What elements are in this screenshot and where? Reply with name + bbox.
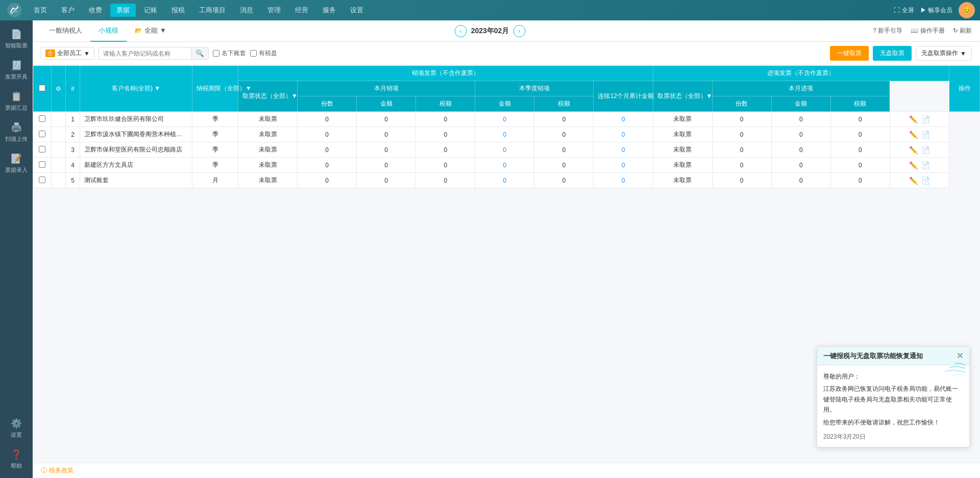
nav-item-收费[interactable]: 收费 <box>83 4 108 17</box>
row-purchase-month-tax: 0 <box>830 173 890 188</box>
edit-btn[interactable]: ✏️ <box>909 146 918 154</box>
row-actions: ✏️ 📄 <box>890 112 949 127</box>
row-purchase-status: 未取票 <box>653 158 712 173</box>
row-index: 3 <box>66 142 80 158</box>
nav-item-票据[interactable]: 票据 <box>110 4 136 17</box>
sidebar-icon: 📝 <box>11 153 22 164</box>
sub-tab-小规模[interactable]: 小规模 <box>90 20 127 42</box>
sidebar-bottom-帮助[interactable]: ❓帮助 <box>2 445 31 474</box>
row-purchase-month-count: 0 <box>712 173 771 188</box>
row-purchase-month-amount: 0 <box>771 127 830 142</box>
sidebar-icon: 🖨️ <box>11 122 22 133</box>
doc-btn[interactable]: 📄 <box>921 131 930 139</box>
nav-item-工商项目[interactable]: 工商项目 <box>193 4 232 17</box>
row-checkbox[interactable] <box>33 112 52 127</box>
sidebar-item-发票开具[interactable]: 🧾发票开具 <box>2 56 31 85</box>
edit-btn[interactable]: ✏️ <box>909 161 918 169</box>
tax-policy-bar[interactable]: ⓘ 税务政策 <box>33 463 980 478</box>
nav-item-首页[interactable]: 首页 <box>28 4 53 17</box>
account-filter-checkbox[interactable] <box>213 50 219 57</box>
fullscreen-btn[interactable]: ⛶ 全屏 <box>894 6 914 15</box>
row-sales-month-count: 0 <box>298 112 357 127</box>
nav-item-客户[interactable]: 客户 <box>55 4 81 17</box>
no-disk-ops-btn[interactable]: 无盘取票操作 ▼ <box>916 46 972 61</box>
th-purchase-header: 进项发票（不含作废票） <box>653 66 949 81</box>
tab-icon: 📂 <box>135 27 142 34</box>
nav-item-报税[interactable]: 报税 <box>165 4 191 17</box>
sidebar-item-智能取票[interactable]: 📄智能取票 <box>2 24 31 54</box>
doc-btn[interactable]: 📄 <box>921 146 930 154</box>
row-settings <box>52 127 66 142</box>
edit-btn[interactable]: ✏️ <box>909 115 918 123</box>
nav-item-消息[interactable]: 消息 <box>234 4 259 17</box>
edit-btn[interactable]: ✏️ <box>909 131 918 139</box>
tax-disk-filter-label[interactable]: 有税盘 <box>250 49 277 58</box>
row-cumulative-amount: 0 <box>594 127 653 142</box>
notif-close-btn[interactable]: ✕ <box>957 351 963 361</box>
th-sales-month-count: 份数 <box>298 96 357 112</box>
row-sales-month-amount: 0 <box>357 142 416 158</box>
th-sales-header: 销项发票（不含作废票） <box>238 66 653 81</box>
sidebar-item-票据汇总[interactable]: 📋票据汇总 <box>2 87 31 116</box>
select-all-checkbox[interactable] <box>39 85 45 91</box>
table-row: 5 测试账套 月 未取票 0 0 0 0 0 0 未取票 0 0 0 ✏️ 📄 <box>33 173 980 188</box>
row-purchase-month-count: 0 <box>712 158 771 173</box>
no-disk-ticket-btn[interactable]: 无盘取票 <box>873 46 912 61</box>
edit-btn[interactable]: ✏️ <box>909 177 918 185</box>
sub-tab-全能[interactable]: 📂全能▼ <box>127 20 175 42</box>
notif-text: 江苏政务网已恢复访问电子税务局功能，易代账一键登陆电子税务局与无盘取票相关功能可… <box>823 384 963 415</box>
row-checkbox[interactable] <box>33 158 52 173</box>
row-sales-month-count: 0 <box>298 142 357 158</box>
th-index: # <box>66 66 80 112</box>
action-刷新[interactable]: ↻ 刷新 <box>953 27 972 35</box>
sidebar-item-扫描上传[interactable]: 🖨️扫描上传 <box>2 118 31 147</box>
row-sales-quarter-amount: 0 <box>475 112 534 127</box>
nav-right: ⛶ 全屏 ▶ 畅享会员 😊 <box>894 2 975 18</box>
table-row: 2 卫辉市汲水镇下圃闻香阁营木种植家庭农场 季 未取票 0 0 0 0 0 0 … <box>33 127 980 142</box>
row-sales-quarter-tax: 0 <box>534 173 594 188</box>
main-table: ⚙ # 客户名称(全部) ▼ 纳税期限（全部）▼ 销项发票（不含作废票） 进项发… <box>33 65 980 188</box>
table-row: 3 卫辉市保和堂医药有限公司忠顺路店 季 未取票 0 0 0 0 0 0 未取票… <box>33 142 980 158</box>
avatar[interactable]: 😊 <box>959 2 975 18</box>
row-settings <box>52 173 66 188</box>
prev-period-btn[interactable]: ‹ <box>455 25 467 37</box>
doc-btn[interactable]: 📄 <box>921 161 930 169</box>
action-新手引导[interactable]: ? 新手引导 <box>873 27 902 35</box>
one-click-ticket-btn[interactable]: 一键取票 <box>830 46 869 61</box>
row-sales-month-tax: 0 <box>416 173 475 188</box>
search-input[interactable] <box>99 48 191 59</box>
nav-item-记账[interactable]: 记账 <box>138 4 163 17</box>
row-purchase-month-tax: 0 <box>830 127 890 142</box>
row-sales-month-amount: 0 <box>357 112 416 127</box>
row-purchase-month-amount: 0 <box>771 142 830 158</box>
member-btn[interactable]: ▶ 畅享会员 <box>920 6 952 15</box>
sidebar-item-票据录入[interactable]: 📝票据录入 <box>2 149 31 178</box>
th-quarter-sales: 本季度销项 <box>475 81 594 96</box>
row-checkbox[interactable] <box>33 142 52 158</box>
row-tax-period: 季 <box>192 127 238 142</box>
tax-disk-filter-checkbox[interactable] <box>250 50 257 57</box>
nav-item-管理[interactable]: 管理 <box>261 4 287 17</box>
nav-item-服务[interactable]: 服务 <box>316 4 342 17</box>
row-purchase-month-amount: 0 <box>771 173 830 188</box>
next-period-btn[interactable]: › <box>513 25 525 37</box>
row-checkbox[interactable] <box>33 127 52 142</box>
nav-item-经营[interactable]: 经营 <box>289 4 314 17</box>
account-filter-label[interactable]: 名下账套 <box>213 49 246 58</box>
action-操作手册[interactable]: 📖 操作手册 <box>911 27 944 35</box>
toolbar: 全 全部员工 ▼ 🔍 名下账套 有税盘 一键取票 无盘取票 无盘取票操作 <box>33 42 980 65</box>
search-button[interactable]: 🔍 <box>191 47 208 59</box>
doc-btn[interactable]: 📄 <box>921 177 930 185</box>
row-settings <box>52 142 66 158</box>
tab-dropdown-icon: ▼ <box>160 27 166 34</box>
row-sales-month-tax: 0 <box>416 158 475 173</box>
sidebar-bottom-icon: ⚙️ <box>11 418 22 429</box>
row-sales-quarter-tax: 0 <box>534 112 594 127</box>
sidebar-bottom-设置[interactable]: ⚙️设置 <box>2 414 31 443</box>
doc-btn[interactable]: 📄 <box>921 115 930 123</box>
staff-filter-dropdown[interactable]: 全 全部员工 ▼ <box>41 47 94 60</box>
nav-item-设置[interactable]: 设置 <box>344 4 370 17</box>
row-checkbox[interactable] <box>33 173 52 188</box>
sub-tab-一般纳税人[interactable]: 一般纳税人 <box>41 20 90 42</box>
row-sales-quarter-amount: 0 <box>475 158 534 173</box>
